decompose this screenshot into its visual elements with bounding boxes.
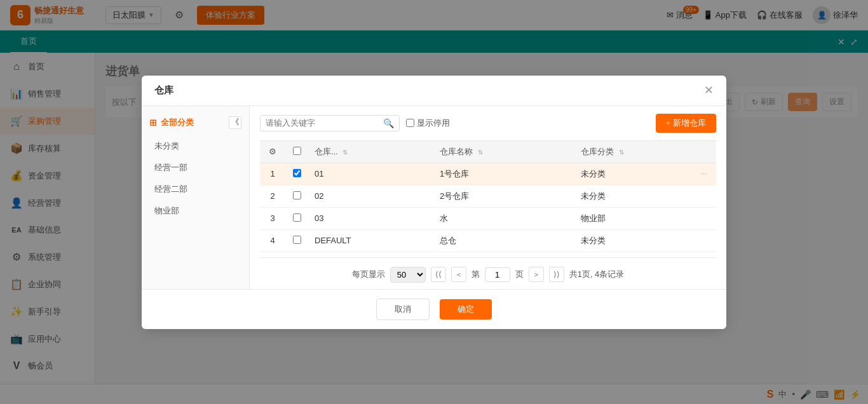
row-checkbox-cell bbox=[285, 185, 308, 207]
col-code-header: 仓库... ⇅ bbox=[308, 140, 433, 163]
show-disabled-label: 显示停用 bbox=[417, 118, 450, 129]
pagination: 每页显示 50 10 20 100 ⟨⟨ ＜ 第 页 ＞ ⟩⟩ 共1页, 4条记… bbox=[260, 257, 716, 289]
col-name-header: 仓库名称 ⇅ bbox=[433, 140, 575, 163]
table-body: 1 01 1号仓库 未分类··· 2 02 2号仓库 未分类 3 03 水 物业… bbox=[260, 163, 716, 252]
col-settings: ⚙ bbox=[260, 140, 285, 163]
row-category: 未分类··· bbox=[574, 163, 716, 185]
row-index: 3 bbox=[260, 207, 285, 229]
row-checkbox[interactable] bbox=[293, 236, 301, 244]
row-category: 未分类 bbox=[574, 229, 716, 252]
grid-icon: ⊞ bbox=[149, 118, 157, 128]
row-checkbox[interactable] bbox=[293, 169, 301, 177]
col-category-header: 仓库分类 ⇅ bbox=[574, 140, 716, 163]
page-unit: 页 bbox=[515, 269, 524, 280]
row-category: 未分类 bbox=[574, 185, 716, 207]
search-input[interactable] bbox=[266, 118, 381, 128]
category-item-1[interactable]: 经营一部 bbox=[142, 157, 249, 178]
row-index: 4 bbox=[260, 229, 285, 252]
modal-overlay: 仓库 ✕ ⊞ 全部分类 《 未分类 经营一部 经营二部 物业部 bbox=[0, 0, 868, 404]
row-category: 物业部 bbox=[574, 207, 716, 229]
modal-header: 仓库 ✕ bbox=[142, 76, 726, 106]
page-label: 第 bbox=[471, 269, 480, 280]
sort-icon-name[interactable]: ⇅ bbox=[478, 149, 483, 156]
add-warehouse-button[interactable]: + 新增仓库 bbox=[656, 114, 716, 133]
modal-footer: 取消 确定 bbox=[142, 289, 726, 329]
category-header: ⊞ 全部分类 《 bbox=[142, 114, 249, 135]
modal-close-button[interactable]: ✕ bbox=[704, 84, 714, 96]
table-toolbar: 🔍 显示停用 + 新增仓库 bbox=[260, 114, 716, 133]
prev-page-button[interactable]: ＜ bbox=[451, 267, 466, 282]
row-name: 总仓 bbox=[433, 229, 575, 252]
row-code: 03 bbox=[308, 207, 433, 229]
confirm-button[interactable]: 确定 bbox=[440, 299, 492, 320]
page-size-label: 每页显示 bbox=[352, 269, 385, 280]
row-checkbox-cell bbox=[285, 207, 308, 229]
table-row[interactable]: 4 DEFAULT 总仓 未分类 bbox=[260, 229, 716, 252]
table-row[interactable]: 3 03 水 物业部 bbox=[260, 207, 716, 229]
row-name: 1号仓库 bbox=[433, 163, 575, 185]
cancel-button[interactable]: 取消 bbox=[376, 299, 430, 320]
sort-icon-category[interactable]: ⇅ bbox=[619, 149, 624, 156]
search-icon[interactable]: 🔍 bbox=[383, 118, 394, 128]
search-input-wrap: 🔍 bbox=[260, 115, 400, 131]
show-disabled-checkbox[interactable] bbox=[406, 119, 414, 127]
table-row[interactable]: 2 02 2号仓库 未分类 bbox=[260, 185, 716, 207]
last-page-button[interactable]: ⟩⟩ bbox=[549, 267, 564, 282]
warehouse-modal: 仓库 ✕ ⊞ 全部分类 《 未分类 经营一部 经营二部 物业部 bbox=[142, 76, 726, 329]
table-row[interactable]: 1 01 1号仓库 未分类··· bbox=[260, 163, 716, 185]
row-checkbox-cell bbox=[285, 163, 308, 185]
total-info: 共1页, 4条记录 bbox=[569, 269, 625, 280]
category-item-unclassified[interactable]: 未分类 bbox=[142, 135, 249, 157]
row-index: 1 bbox=[260, 163, 285, 185]
row-more-button[interactable]: ··· bbox=[700, 168, 707, 178]
row-index: 2 bbox=[260, 185, 285, 207]
settings-col-icon[interactable]: ⚙ bbox=[269, 147, 276, 156]
row-code: 01 bbox=[308, 163, 433, 185]
category-sidebar: ⊞ 全部分类 《 未分类 经营一部 经营二部 物业部 bbox=[142, 106, 250, 289]
row-checkbox[interactable] bbox=[293, 213, 301, 222]
category-item-2[interactable]: 经营二部 bbox=[142, 178, 249, 200]
row-checkbox-cell bbox=[285, 229, 308, 252]
modal-title: 仓库 bbox=[154, 84, 173, 97]
row-name: 2号仓库 bbox=[433, 185, 575, 207]
row-checkbox[interactable] bbox=[293, 191, 301, 199]
collapse-button[interactable]: 《 bbox=[229, 116, 241, 129]
first-page-button[interactable]: ⟨⟨ bbox=[431, 267, 446, 282]
next-page-button[interactable]: ＞ bbox=[529, 267, 544, 282]
sort-icon-code[interactable]: ⇅ bbox=[342, 149, 348, 156]
table-area: 🔍 显示停用 + 新增仓库 ⚙ bbox=[250, 106, 726, 289]
page-size-select[interactable]: 50 10 20 100 bbox=[390, 267, 426, 283]
row-name: 水 bbox=[433, 207, 575, 229]
row-code: DEFAULT bbox=[308, 229, 433, 252]
table-scroll-area: ⚙ 仓库... ⇅ 仓库名称 bbox=[260, 140, 716, 252]
warehouse-table: ⚙ 仓库... ⇅ 仓库名称 bbox=[260, 140, 716, 252]
page-input[interactable] bbox=[485, 267, 510, 282]
category-header-label: 全部分类 bbox=[161, 117, 194, 128]
modal-body: ⊞ 全部分类 《 未分类 经营一部 经营二部 物业部 🔍 bbox=[142, 106, 726, 289]
row-code: 02 bbox=[308, 185, 433, 207]
show-disabled-wrap: 显示停用 bbox=[406, 118, 450, 129]
select-all-checkbox[interactable] bbox=[293, 147, 301, 155]
col-checkbox-header bbox=[285, 140, 308, 163]
category-item-3[interactable]: 物业部 bbox=[142, 200, 249, 222]
